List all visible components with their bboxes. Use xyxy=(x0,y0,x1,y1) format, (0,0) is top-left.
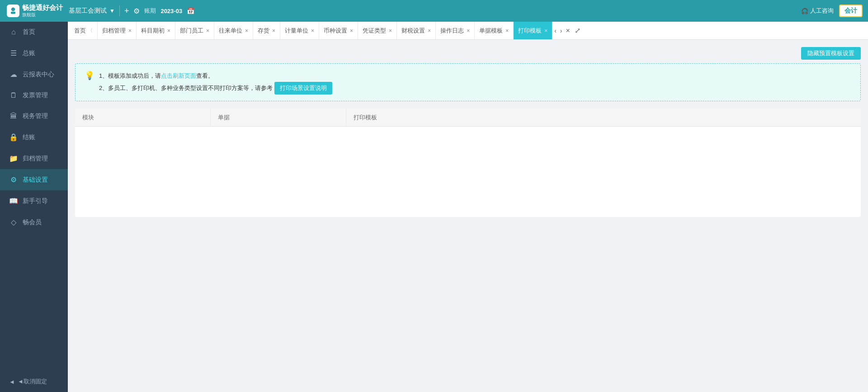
tab-close-supplier[interactable]: × xyxy=(245,28,248,34)
app-name: 畅捷通好会计 xyxy=(22,4,63,12)
tab-label-currency: 币种设置 xyxy=(324,27,347,35)
cancel-fixed-icon: ◄ xyxy=(9,378,15,385)
tab-close-currency[interactable]: × xyxy=(350,28,353,34)
tab-close-printtemplate[interactable]: × xyxy=(544,28,547,34)
notice-box: 💡 1、模板添加成功后，请点击刷新页面查看。 2、多员工、多打印机、多种业务类型… xyxy=(75,63,861,101)
sidebar-label-guide: 新手引导 xyxy=(23,197,48,205)
invoice-icon: 🗒 xyxy=(9,91,18,99)
tab-close-voucher[interactable]: × xyxy=(389,28,392,34)
company-name: 基层工会测试 xyxy=(69,7,107,15)
notice-line2: 2、多员工、多打印机、多种业务类型设置不同打印方案等，请参考 打印场景设置说明 xyxy=(99,82,851,94)
tab-close-oplog[interactable]: × xyxy=(467,28,470,34)
sidebar-item-archive[interactable]: 📁 归档管理 xyxy=(0,148,68,169)
tab-label-printtemplate: 打印模板 xyxy=(518,27,542,35)
tab-close-dept[interactable]: × xyxy=(206,28,209,34)
sidebar-item-settings[interactable]: ⚙ 基础设置 xyxy=(0,169,68,190)
sidebar-label-report: 云报表中心 xyxy=(23,71,54,79)
sidebar-item-report[interactable]: ☁ 云报表中心 xyxy=(0,64,68,85)
support-button[interactable]: 🎧 人工咨询 xyxy=(801,7,834,15)
app-edition: 旗舰版 xyxy=(22,12,63,18)
sidebar-item-home[interactable]: ⌂ 首页 xyxy=(0,22,68,43)
tab-close-inventory[interactable]: × xyxy=(272,28,275,34)
tab-bar: 首页 〈 归档管理 × 科目期初 × 部门员工 × 往来单位 × 存货 × xyxy=(68,22,868,40)
tab-sliptemplate[interactable]: 单据模板 × xyxy=(475,22,514,40)
tab-archive[interactable]: 归档管理 × xyxy=(98,22,137,40)
refresh-link[interactable]: 点击刷新页面 xyxy=(161,72,196,79)
app-logo-icon xyxy=(7,5,19,17)
divider-1 xyxy=(119,5,120,16)
ledger-icon: ☰ xyxy=(9,49,18,57)
sidebar-label-settings: 基础设置 xyxy=(23,176,48,184)
table-area: 模块 单据 打印模板 xyxy=(75,109,861,217)
th-module: 模块 xyxy=(75,109,211,126)
tab-label-taxsetting: 财税设置 xyxy=(401,27,425,35)
cancel-fixed-label: ◄取消固定 xyxy=(18,378,47,386)
sidebar-item-guide[interactable]: 📖 新手引导 xyxy=(0,190,68,212)
tab-supplier[interactable]: 往来单位 × xyxy=(214,22,253,40)
svg-rect-1 xyxy=(11,12,15,14)
sidebar-item-close[interactable]: 🔒 结账 xyxy=(0,127,68,148)
tab-label-home: 首页 xyxy=(74,27,86,35)
sidebar-label-tax: 税务管理 xyxy=(23,112,48,120)
main-layout: ⌂ 首页 ☰ 总账 ☁ 云报表中心 🗒 发票管理 🏛 税务管理 🔒 结账 📁 归… xyxy=(0,22,868,392)
sidebar: ⌂ 首页 ☰ 总账 ☁ 云报表中心 🗒 发票管理 🏛 税务管理 🔒 结账 📁 归… xyxy=(0,22,68,392)
period-label: 账期 xyxy=(144,7,156,15)
sidebar-label-archive: 归档管理 xyxy=(23,155,48,163)
tab-oplog[interactable]: 操作日志 × xyxy=(436,22,475,40)
tab-inventory[interactable]: 存货 × xyxy=(253,22,280,40)
archive-icon: 📁 xyxy=(9,154,18,163)
tab-close-archive[interactable]: × xyxy=(128,28,132,34)
content-area: 首页 〈 归档管理 × 科目期初 × 部门员工 × 往来单位 × 存货 × xyxy=(68,22,868,392)
support-label: 人工咨询 xyxy=(810,7,834,15)
tab-prev-button[interactable]: ‹ xyxy=(552,22,558,40)
tab-label-dept: 部门员工 xyxy=(180,27,203,35)
tab-close-all-button[interactable]: × xyxy=(564,22,572,40)
calendar-icon[interactable]: 📅 xyxy=(187,7,194,14)
company-selector[interactable]: 基层工会测试 ▼ xyxy=(69,7,115,15)
settings-button[interactable]: ⚙ xyxy=(133,7,140,15)
print-scene-button[interactable]: 打印场景设置说明 xyxy=(274,82,332,94)
tab-label-archive: 归档管理 xyxy=(102,27,126,35)
sidebar-item-invoice[interactable]: 🗒 发票管理 xyxy=(0,85,68,106)
tab-close-sliptemplate[interactable]: × xyxy=(505,28,509,34)
tab-voucher[interactable]: 凭证类型 × xyxy=(358,22,397,40)
hide-preview-button[interactable]: 隐藏预置模板设置 xyxy=(801,47,861,60)
tab-subject[interactable]: 科目期初 × xyxy=(137,22,175,40)
report-icon: ☁ xyxy=(9,70,18,79)
tab-taxsetting[interactable]: 财税设置 × xyxy=(397,22,436,40)
table-body xyxy=(75,127,861,217)
table-header: 模块 单据 打印模板 xyxy=(75,109,861,127)
logo-area: 畅捷通好会计 旗舰版 xyxy=(5,4,64,18)
tab-dept[interactable]: 部门员工 × xyxy=(175,22,214,40)
tab-expand-button[interactable]: ⤢ xyxy=(573,22,582,40)
svg-point-0 xyxy=(11,8,15,11)
tab-close-unit[interactable]: × xyxy=(311,28,314,34)
tab-home-nav-icon: 〈 xyxy=(88,27,93,34)
sidebar-item-ledger[interactable]: ☰ 总账 xyxy=(0,43,68,64)
sidebar-label-ledger: 总账 xyxy=(23,49,35,57)
sidebar-item-tax[interactable]: 🏛 税务管理 xyxy=(0,106,68,127)
cancel-fixed-button[interactable]: ◄ ◄取消固定 xyxy=(0,371,68,392)
tab-printtemplate[interactable]: 打印模板 × xyxy=(514,22,552,40)
gear-icon: ⚙ xyxy=(9,175,18,184)
tab-close-taxsetting[interactable]: × xyxy=(428,28,431,34)
tab-label-supplier: 往来单位 xyxy=(219,27,242,35)
tab-close-subject[interactable]: × xyxy=(167,28,170,34)
kuaiji-button[interactable]: 会计 xyxy=(839,5,863,17)
notice-text-content: 1、模板添加成功后，请点击刷新页面查看。 2、多员工、多打印机、多种业务类型设置… xyxy=(99,70,851,94)
headset-icon: 🎧 xyxy=(801,8,808,14)
tab-label-sliptemplate: 单据模板 xyxy=(479,27,503,35)
sidebar-item-member[interactable]: ◇ 畅会员 xyxy=(0,212,68,233)
tab-unit[interactable]: 计量单位 × xyxy=(280,22,319,40)
tab-home[interactable]: 首页 〈 xyxy=(70,22,98,40)
page-top-actions: 隐藏预置模板设置 xyxy=(75,47,861,60)
period-value: 2023-03 xyxy=(160,8,182,14)
guide-icon: 📖 xyxy=(9,197,18,205)
tab-next-button[interactable]: › xyxy=(558,22,564,40)
company-dropdown-icon: ▼ xyxy=(109,8,115,14)
notice-line1: 1、模板添加成功后，请点击刷新页面查看。 xyxy=(99,70,851,82)
add-tab-button[interactable]: + xyxy=(124,7,129,15)
sidebar-label-member: 畅会员 xyxy=(23,218,42,227)
tab-currency[interactable]: 币种设置 × xyxy=(319,22,358,40)
page-content: 隐藏预置模板设置 💡 1、模板添加成功后，请点击刷新页面查看。 2、多员工、多打… xyxy=(68,40,868,392)
